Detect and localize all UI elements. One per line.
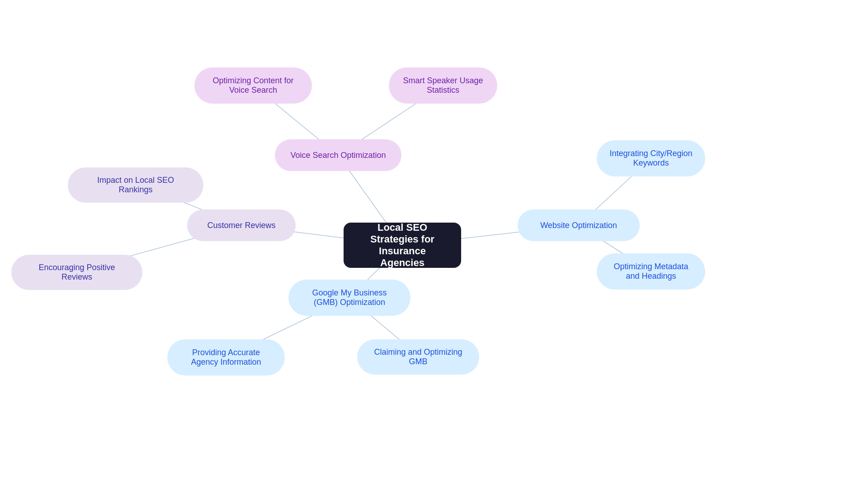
customer-reviews[interactable]: Customer Reviews xyxy=(187,209,296,241)
website-opt[interactable]: Website Optimization xyxy=(518,209,640,241)
claiming-gmb[interactable]: Claiming and Optimizing GMB xyxy=(357,339,479,375)
smart-speaker[interactable]: Smart Speaker Usage Statistics xyxy=(389,67,497,104)
optimizing-content[interactable]: Optimizing Content for Voice Search xyxy=(194,67,312,104)
gmb-opt[interactable]: Google My Business (GMB) Optimization xyxy=(288,280,410,316)
providing-accurate[interactable]: Providing Accurate Agency Information xyxy=(167,339,285,376)
encouraging-reviews[interactable]: Encouraging Positive Reviews xyxy=(11,255,142,290)
voice-search-opt[interactable]: Voice Search Optimization xyxy=(275,139,401,171)
impact-local-seo[interactable]: Impact on Local SEO Rankings xyxy=(68,167,203,203)
mindmap-container: Voice Search OptimizationOptimizing Cont… xyxy=(0,0,868,490)
center-node[interactable]: Local SEO Strategies for Insurance Agenc… xyxy=(344,223,461,268)
optimizing-metadata[interactable]: Optimizing Metadata and Headings xyxy=(597,253,705,290)
integrating-keywords[interactable]: Integrating City/Region Keywords xyxy=(597,140,705,176)
